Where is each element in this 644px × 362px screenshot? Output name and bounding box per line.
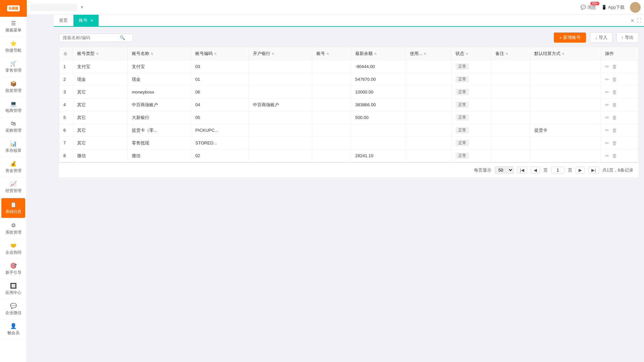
topbar-left: ▼	[30, 4, 84, 11]
cell-action: ✏ 🗑	[601, 149, 638, 162]
app-download-button[interactable]: 📱 App下载	[601, 4, 625, 10]
edit-icon[interactable]: ✏	[605, 102, 609, 108]
col-bank[interactable]: 开户银行 ⇅	[249, 47, 312, 60]
tab-minimize-icon[interactable]: ✕	[631, 18, 634, 23]
cell-balance: 547670.00	[351, 73, 406, 86]
page-next-button[interactable]: ▶	[576, 167, 585, 174]
sidebar-item-guide[interactable]: 🎯 新手引导	[0, 259, 26, 279]
sort-balance-icon[interactable]: ⇅	[374, 52, 377, 56]
delete-icon[interactable]: 🗑	[612, 127, 617, 133]
sidebar-item-shortcut[interactable]: ⭐ 快捷导航	[0, 37, 26, 57]
cell-settlement	[530, 149, 601, 162]
page-input[interactable]	[551, 167, 565, 174]
user-avatar[interactable]	[630, 2, 641, 13]
sidebar-item-purchase[interactable]: 🛍 采购管理	[0, 117, 26, 137]
delete-icon[interactable]: 🗑	[612, 140, 617, 146]
page-prev-button[interactable]: ◀	[531, 167, 540, 174]
page-size-select[interactable]: 50 20 100	[495, 166, 514, 174]
col-settings[interactable]: ⚙	[59, 47, 73, 60]
tab-home[interactable]: 首页	[54, 15, 73, 26]
cell-no: 7	[59, 137, 73, 149]
topbar-search-box[interactable]	[30, 4, 77, 11]
sort-code-icon[interactable]: ⇅	[214, 52, 217, 56]
cell-remark	[491, 86, 530, 99]
cell-code: STORED...	[191, 137, 249, 149]
search-input[interactable]	[63, 35, 120, 40]
delete-icon[interactable]: 🗑	[612, 115, 617, 120]
cell-bank	[249, 124, 312, 137]
sort-type-icon[interactable]: ⇅	[96, 52, 99, 56]
sidebar-item-app-center[interactable]: 🔲 应用中心	[0, 279, 26, 299]
sort-status-icon[interactable]: ⇅	[466, 52, 468, 56]
col-name[interactable]: 账号名称 ⇅	[127, 47, 191, 60]
import-button[interactable]: ↓ 导入	[590, 32, 612, 43]
cell-action: ✏ 🗑	[601, 124, 638, 137]
cell-name: 支付宝	[127, 60, 191, 73]
sidebar-item-basic-info[interactable]: 📋 基础信息	[1, 198, 25, 218]
tab-maximize-icon[interactable]: ⛶	[637, 18, 641, 23]
cell-account	[312, 149, 351, 162]
sidebar-item-retail[interactable]: 🛒 零售管理	[0, 57, 26, 77]
delete-icon[interactable]: 🗑	[612, 102, 617, 108]
add-account-button[interactable]: + 新增账号	[554, 33, 586, 43]
export-button[interactable]: ↑ 导出	[616, 32, 639, 43]
action-icons: ✏ 🗑	[605, 127, 634, 133]
sidebar-item-search[interactable]: ☰ 搜索菜单	[0, 17, 26, 37]
edit-icon[interactable]: ✏	[605, 64, 609, 70]
sidebar-item-inventory[interactable]: 📊 库存核算	[0, 137, 26, 157]
sidebar-item-label: 企业协同	[1, 250, 25, 255]
delete-icon[interactable]: 🗑	[612, 64, 617, 69]
sidebar: 乐惠版 ☰ 搜索菜单 ⭐ 快捷导航 🛒 零售管理 📦 批发管理 💻 电商管理 🛍…	[0, 0, 27, 362]
sort-bank-icon[interactable]: ⇅	[272, 52, 274, 56]
sidebar-item-system[interactable]: ⚙ 系统管理	[0, 219, 26, 239]
sidebar-item-finance[interactable]: 💰 资金管理	[0, 157, 26, 177]
col-remark[interactable]: 备注 ⇅	[491, 47, 530, 60]
sort-usage-icon[interactable]: ⇅	[424, 52, 426, 56]
col-code[interactable]: 账号编码 ⇅	[191, 47, 249, 60]
cell-no: 2	[59, 73, 73, 86]
wholesale-icon: 📦	[1, 80, 25, 87]
sidebar-item-collaboration[interactable]: 🤝 企业协同	[0, 239, 26, 259]
status-badge: 正常	[455, 76, 469, 82]
tab-account[interactable]: 账号 ✕	[73, 15, 99, 26]
sort-name-icon[interactable]: ⇅	[151, 52, 153, 56]
sidebar-item-ecommerce[interactable]: 💻 电商管理	[0, 97, 26, 117]
edit-icon[interactable]: ✏	[605, 140, 609, 146]
delete-icon[interactable]: 🗑	[612, 76, 617, 82]
edit-icon[interactable]: ✏	[605, 76, 609, 82]
delete-icon[interactable]: 🗑	[612, 153, 617, 159]
edit-icon[interactable]: ✏	[605, 89, 609, 95]
search-icon[interactable]: 🔍	[120, 35, 125, 40]
sort-account-icon[interactable]: ⇅	[326, 52, 329, 56]
col-settlement[interactable]: 默认结算方式 ⇅	[530, 47, 601, 60]
edit-icon[interactable]: ✏	[605, 153, 609, 159]
message-button[interactable]: 💬 消息 99+	[581, 4, 596, 10]
col-status[interactable]: 状态 ⇅	[451, 47, 491, 60]
edit-icon[interactable]: ✏	[605, 127, 609, 133]
col-type[interactable]: 账号类型 ⇅	[73, 47, 127, 60]
page-first-button[interactable]: |◀	[517, 167, 527, 174]
sidebar-item-enterprise-wechat[interactable]: 💬 企业微信	[0, 299, 26, 319]
edit-icon[interactable]: ✏	[605, 115, 609, 121]
col-usage[interactable]: 使用... ⇅	[406, 47, 451, 60]
topbar-search-input[interactable]	[33, 5, 66, 10]
tab-close-icon[interactable]: ✕	[90, 18, 93, 23]
col-account[interactable]: 账号 ⇅	[312, 47, 351, 60]
sidebar-item-operations[interactable]: 📈 经营管理	[0, 177, 26, 197]
search-box[interactable]: 🔍	[59, 34, 133, 42]
table-row: 4 其它 中百商场账户 04 中百商场账户 383866.00 正常 ✏ 🗑	[59, 99, 638, 111]
settings-icon[interactable]: ⚙	[63, 51, 67, 56]
delete-icon[interactable]: 🗑	[612, 89, 617, 95]
table-row: 7 其它 零售抵现 STORED... 正常 ✏ 🗑	[59, 137, 638, 149]
sidebar-item-label: 搜索菜单	[1, 27, 25, 33]
sidebar-item-wholesale[interactable]: 📦 批发管理	[0, 77, 26, 97]
sort-settlement-icon[interactable]: ⇅	[562, 52, 565, 56]
col-balance[interactable]: 最新余额 ⇅	[351, 47, 406, 60]
cell-account	[312, 60, 351, 73]
page-last-button[interactable]: ▶|	[588, 167, 599, 174]
col-status-label: 状态	[455, 51, 464, 57]
sidebar-item-member[interactable]: 👤 畅会员	[0, 319, 26, 340]
status-badge: 正常	[455, 89, 469, 95]
sort-remark-icon[interactable]: ⇅	[505, 52, 508, 56]
expand-icon[interactable]: ▼	[80, 5, 84, 10]
